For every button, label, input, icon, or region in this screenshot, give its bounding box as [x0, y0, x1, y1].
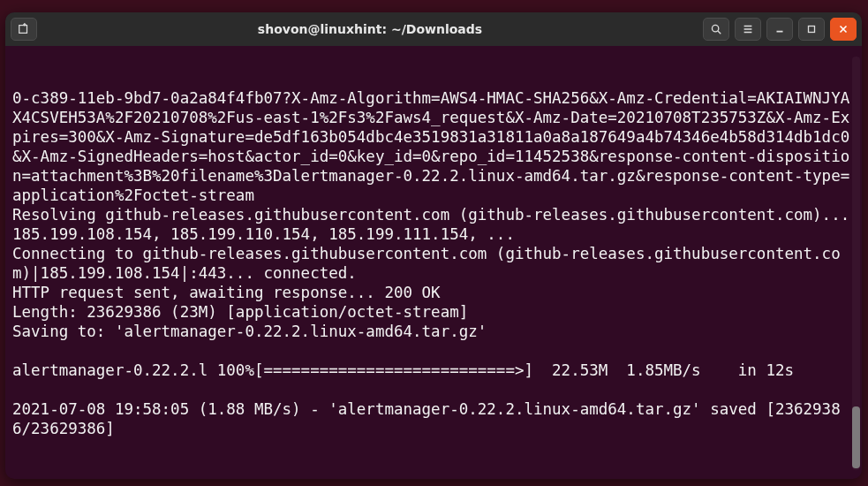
scrollbar-thumb[interactable]: [852, 406, 860, 468]
terminal-window: shovon@linuxhint: ~/Downloads: [5, 12, 862, 479]
titlebar: shovon@linuxhint: ~/Downloads: [5, 12, 862, 46]
search-button[interactable]: [703, 18, 729, 41]
maximize-button[interactable]: [798, 18, 825, 41]
menu-button[interactable]: [735, 18, 761, 41]
maximize-icon: [805, 23, 818, 35]
minimize-button[interactable]: [766, 18, 793, 41]
hamburger-icon: [742, 23, 754, 35]
terminal-output: 0-c389-11eb-9bd7-0a2a84f4fb07?X-Amz-Algo…: [12, 88, 855, 438]
new-tab-icon: [18, 23, 30, 35]
search-icon: [710, 23, 722, 35]
close-button[interactable]: [830, 18, 857, 41]
minimize-icon: [774, 23, 786, 35]
new-tab-button[interactable]: [11, 18, 37, 41]
close-icon: [837, 23, 849, 35]
terminal-viewport[interactable]: 0-c389-11eb-9bd7-0a2a84f4fb07?X-Amz-Algo…: [5, 46, 862, 479]
svg-rect-0: [19, 26, 27, 34]
scrollbar[interactable]: [852, 57, 860, 470]
svg-rect-9: [809, 27, 815, 33]
svg-line-4: [718, 31, 721, 34]
window-title: shovon@linuxhint: ~/Downloads: [42, 22, 698, 36]
svg-point-3: [712, 25, 718, 31]
